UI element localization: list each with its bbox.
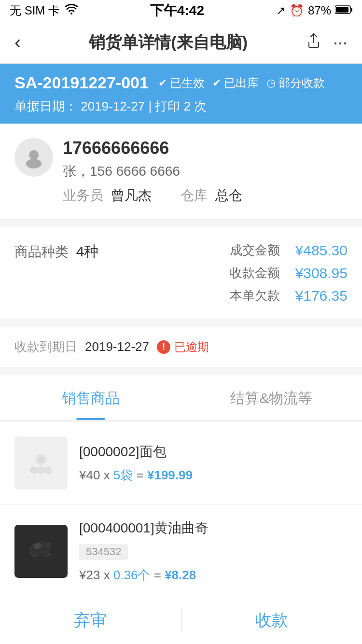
customer-alt-phone: 张，156 6666 6666 (63, 162, 348, 181)
wifi-icon (65, 4, 78, 17)
status-badge-shipped: ✔ 已出库 (212, 75, 259, 91)
product-qty-2: 0.36个 (113, 568, 151, 582)
svg-point-10 (44, 466, 52, 474)
status-left: 无 SIM 卡 (10, 3, 78, 18)
item-type-label: 商品种类 (14, 244, 69, 259)
amount-value: ¥485.30 (290, 242, 348, 259)
battery-label: 87% (308, 4, 331, 17)
debt-label: 本单欠款 (230, 287, 280, 304)
warehouse-label: 仓库 (181, 188, 208, 203)
sales-label: 业务员 (63, 188, 103, 203)
header-banner: SA-20191227-001 ✔ 已生效 ✔ 已出库 ◷ 部分收款 单据日期：… (0, 64, 362, 124)
due-section: 收款到期日 2019-12-27 ! 已逾期 (0, 327, 362, 367)
svg-point-9 (30, 466, 38, 474)
bottom-bar: 弃审 收款 (0, 596, 362, 644)
tab-settlement[interactable]: 结算&物流等 (181, 375, 362, 420)
customer-section: 17666666666 张，156 6666 6666 业务员 曾凡杰 仓库 总… (0, 124, 362, 220)
svg-rect-1 (351, 8, 352, 12)
product-thumbnail-2 (14, 525, 68, 578)
overdue-badge: ! 已逾期 (157, 339, 209, 355)
svg-point-4 (29, 150, 39, 160)
list-item: [000400001]黄油曲奇 534532 ¥23 x 0.36个 = ¥8.… (0, 504, 362, 599)
product-list: [0000002]面包 ¥40 x 5袋 = ¥199.99 [000400 (0, 422, 362, 599)
back-button[interactable]: ‹ (14, 31, 30, 53)
list-item: [0000002]面包 ¥40 x 5袋 = ¥199.99 (0, 422, 362, 504)
due-date-label: 收款到期日 (14, 338, 77, 355)
financial-stats: 成交金额 ¥485.30 收款金额 ¥308.95 本单欠款 ¥176.35 (230, 242, 348, 304)
status-badge-partial: ◷ 部分收款 (266, 75, 325, 91)
product-thumbnail-1 (14, 436, 68, 490)
stats-section: 商品种类 4种 成交金额 ¥485.30 收款金额 ¥308.95 本单欠款 ¥… (0, 227, 362, 319)
debt-value: ¥176.35 (290, 288, 348, 304)
status-badge-effective: ✔ 已生效 (158, 75, 205, 91)
carrier-label: 无 SIM 卡 (10, 3, 60, 18)
tabs-section: 销售商品 结算&物流等 (0, 375, 362, 421)
warehouse-value: 总仓 (215, 188, 242, 203)
status-time: 下午4:42 (150, 1, 204, 20)
product-sku-2: 534532 (79, 544, 128, 560)
overdue-icon: ! (157, 340, 170, 354)
customer-info: 17666666666 张，156 6666 6666 业务员 曾凡杰 仓库 总… (63, 138, 348, 205)
tab-products[interactable]: 销售商品 (0, 375, 181, 420)
status-bar: 无 SIM 卡 下午4:42 ↗ ⏰ 87% (0, 0, 362, 21)
svg-point-13 (45, 542, 51, 548)
received-label: 收款金额 (230, 265, 280, 281)
product-price-2: ¥23 x 0.36个 = ¥8.28 (79, 567, 348, 584)
nav-bar: ‹ 销货单详情(来自电脑) ··· (0, 21, 362, 64)
svg-point-8 (37, 466, 45, 474)
product-price-1: ¥40 x 5袋 = ¥199.99 (79, 467, 348, 484)
overdue-text: 已逾期 (174, 339, 209, 355)
battery-icon (335, 4, 352, 17)
avatar (14, 138, 53, 177)
product-name-2: [000400001]黄油曲奇 (79, 519, 348, 537)
amount-label: 成交金额 (230, 242, 280, 259)
alarm-icon: ⏰ (290, 4, 304, 17)
item-type-value: 4种 (76, 243, 99, 259)
due-date-value: 2019-12-27 (85, 339, 149, 354)
check-icon-1: ✔ (158, 77, 167, 89)
clock-icon: ◷ (266, 77, 276, 89)
product-info-1: [0000002]面包 ¥40 x 5袋 = ¥199.99 (79, 443, 348, 484)
more-button[interactable]: ··· (333, 32, 348, 53)
cancel-button[interactable]: 弃审 (0, 596, 181, 644)
received-value: ¥308.95 (290, 265, 348, 281)
page-title: 销货单详情(来自电脑) (30, 31, 306, 54)
location-icon: ↗ (276, 4, 286, 17)
header-date-info: 单据日期： 2019-12-27 | 打印 2 次 (14, 98, 348, 115)
svg-point-7 (38, 456, 44, 463)
customer-main-phone: 17666666666 (63, 138, 348, 158)
svg-point-14 (37, 554, 45, 561)
product-info-2: [000400001]黄油曲奇 534532 ¥23 x 0.36个 = ¥8.… (79, 519, 348, 584)
item-type-info: 商品种类 4种 (14, 242, 98, 262)
confirm-button[interactable]: 收款 (181, 596, 362, 644)
product-name-1: [0000002]面包 (79, 443, 348, 461)
status-right: ↗ ⏰ 87% (276, 4, 352, 17)
svg-rect-2 (336, 7, 348, 13)
product-qty-1: 5袋 (113, 468, 133, 482)
product-total-2: ¥8.28 (165, 568, 196, 582)
order-id: SA-20191227-001 (14, 73, 149, 92)
check-icon-2: ✔ (212, 77, 221, 89)
svg-point-5 (26, 159, 42, 168)
product-total-1: ¥199.99 (147, 468, 193, 482)
customer-meta: 业务员 曾凡杰 仓库 总仓 (63, 186, 348, 205)
share-button[interactable] (306, 32, 321, 53)
sales-value: 曾凡杰 (111, 188, 152, 203)
